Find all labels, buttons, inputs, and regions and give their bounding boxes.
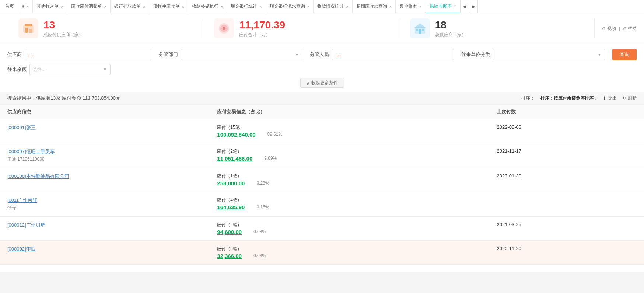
help-link[interactable]: ⊙ 帮助 — [623, 25, 637, 32]
supplier-link-5[interactable]: [000002]李四 — [7, 246, 217, 252]
sort-value[interactable]: 排序：按应付余额倒序排序 ↓ — [540, 95, 597, 101]
trans-label-4: 应付（2笔） — [217, 222, 497, 228]
nav-tab-home[interactable]: 首页 — [1, 0, 18, 13]
nav-left-arrow[interactable]: ◀ — [460, 0, 469, 13]
nav-right-arrow[interactable]: ▶ — [469, 0, 478, 13]
unit-class-filter-input[interactable]: ▼ — [493, 49, 605, 60]
table-header: 供应商信息 应付交易信息（占比） 上次付数 — [0, 105, 644, 119]
supplier-icon — [18, 18, 38, 38]
trans-label-0: 应付（15笔） — [217, 124, 497, 131]
trans-amount-0[interactable]: 100,092,540.00 — [217, 131, 255, 138]
refresh-icon: ↻ — [623, 96, 626, 101]
close-icon[interactable]: × — [104, 4, 106, 9]
dept-filter-input[interactable]: ▼ — [181, 49, 303, 60]
refresh-label: 刷新 — [628, 95, 637, 101]
nav-tab-other-income[interactable]: 其他收入单 × — [33, 0, 67, 13]
collapse-button[interactable]: ∧ 收起更多条件 — [300, 78, 344, 88]
nav-tab-customer-ledger[interactable]: 客户账本 × — [396, 0, 426, 13]
person-filter-input[interactable]: ... — [332, 49, 454, 60]
payable-total-amount: 11,170.39 — [239, 19, 285, 31]
dept-filter-label: 分管部门 — [159, 51, 178, 58]
video-link[interactable]: ⊙ 视频 — [602, 25, 616, 32]
nav-tab-advance[interactable]: 预收冲应收单 × — [149, 0, 188, 13]
sort-value-text: 排序：按应付余额倒序排序 — [540, 96, 594, 101]
close-icon[interactable]: × — [419, 4, 421, 9]
balance-filter-input[interactable]: 选择... ▼ — [29, 64, 111, 75]
trans-info-cell-5: 应付（5笔） 32,366.00 0.03% — [217, 246, 497, 259]
trans-amount-4[interactable]: 94,600.00 — [217, 229, 242, 235]
video-icon: ⊙ — [602, 26, 606, 31]
col-header-supplier-info: 供应商信息 — [7, 108, 217, 115]
svg-rect-11 — [422, 29, 424, 31]
close-icon[interactable]: × — [389, 4, 392, 9]
trans-amount-1[interactable]: 11,051,486.00 — [217, 155, 252, 162]
close-icon[interactable]: × — [454, 4, 456, 8]
supplier-filter-input[interactable]: ... — [25, 49, 151, 60]
supplier-link-4[interactable]: [000012]广州贝瑞 — [7, 222, 217, 228]
trans-amount-3[interactable]: 164,635.90 — [217, 204, 245, 210]
close-icon[interactable]: × — [143, 4, 145, 9]
sort-label: 排序： — [521, 95, 535, 101]
result-summary-text: 搜索结果中，供应商13家 应付金额 111,703,854.00元 — [7, 95, 120, 101]
table-row: [000002]李四 应付（5笔） 32,366.00 0.03% 2020-1… — [0, 241, 644, 265]
close-icon[interactable]: × — [221, 4, 223, 9]
last-pay-date-1: 2021-11-17 — [497, 148, 521, 154]
close-icon[interactable]: × — [27, 4, 29, 9]
supplier-link-2[interactable]: [000100]本特勤油品有限公司 — [7, 173, 217, 180]
store-icon — [410, 18, 430, 38]
last-pay-cell-4: 2021-03-25 — [497, 222, 637, 227]
col-header-trans-info: 应付交易信息（占比） — [217, 108, 497, 115]
nav-tab-cash-bank-flow[interactable]: 现金银行流水查询 × — [266, 0, 314, 13]
col-header-last-pay: 上次付数 — [497, 108, 637, 115]
close-icon[interactable]: × — [61, 4, 63, 9]
supplier-link-0[interactable]: [000001]张三 — [7, 124, 217, 131]
help-label: 帮助 — [628, 26, 637, 31]
close-icon[interactable]: × — [259, 4, 262, 9]
last-pay-date-0: 2022-08-08 — [497, 124, 521, 130]
search-button[interactable]: 查询 — [612, 49, 637, 60]
trans-info-cell-3: 应付（4笔） 164,635.90 0.15% — [217, 197, 497, 210]
filter-unit-class: 往来单位分类 ▼ — [461, 49, 605, 60]
trans-label-1: 应付（2笔） — [217, 148, 497, 155]
trans-percent-0: 89.61% — [267, 132, 283, 137]
unit-class-arrow-icon: ▼ — [597, 52, 602, 57]
close-icon[interactable]: × — [182, 4, 184, 9]
trans-percent-3: 0.15% — [256, 204, 269, 210]
table-row: [001]广州荣轩 仔仔 应付（4笔） 164,635.90 0.15% — [0, 192, 644, 217]
summary-card-payable-total: ¥ 11,170.39 应付合计（万） — [203, 18, 399, 38]
trans-info-cell-1: 应付（2笔） 11,051,486.00 9.89% — [217, 148, 497, 162]
close-icon[interactable]: × — [307, 4, 309, 9]
close-icon[interactable]: × — [346, 4, 348, 9]
nav-tab-supplier-ledger[interactable]: 供应商账本 × — [426, 0, 460, 13]
trans-amount-5[interactable]: 32,366.00 — [217, 253, 242, 259]
nav-tab-receipt-stats[interactable]: 收款情况统计 × — [314, 0, 352, 13]
person-filter-label: 分管人员 — [310, 51, 329, 58]
last-pay-date-4: 2021-03-25 — [497, 222, 521, 227]
trans-percent-1: 9.89% — [264, 156, 277, 161]
nav-tab-overdue[interactable]: 超期应收款查询 × — [353, 0, 396, 13]
nav-tab-cash-bank-stats[interactable]: 现金银行统计 × — [227, 0, 266, 13]
trans-label-3: 应付（4笔） — [217, 197, 497, 203]
supplier-dots-icon: ... — [28, 51, 35, 58]
nav-tab-bank-deposit[interactable]: 银行存取款单 × — [111, 0, 149, 13]
balance-placeholder: 选择... — [33, 66, 45, 73]
trans-amount-2[interactable]: 258,000.00 — [217, 180, 245, 186]
filter-area: 供应商 ... 分管部门 ▼ 分管人员 ... 往来单位分类 ▼ 查询 — [0, 44, 644, 92]
export-button[interactable]: ⬆ 导出 — [603, 95, 617, 101]
table-area: 供应商信息 应付交易信息（占比） 上次付数 [000001]张三 应付（15笔）… — [0, 105, 644, 272]
help-area: ⊙ 视频 | ⊙ 帮助 — [595, 25, 637, 32]
payable-suppliers-info: 13 总应付供应商（家） — [43, 19, 83, 38]
last-pay-date-5: 2020-11-20 — [497, 246, 521, 251]
nav-tab-adjust[interactable]: 应收应付调整单 × — [67, 0, 111, 13]
last-pay-cell-0: 2022-08-08 — [497, 124, 637, 130]
nav-tab-3[interactable]: 3 × — [18, 0, 33, 13]
nav-tab-overdue-label: 超期应收款查询 — [356, 3, 387, 10]
nav-tab-other-income-label: 其他收入单 — [36, 3, 59, 10]
separator: | — [619, 26, 620, 31]
payable-total-info: 11,170.39 应付合计（万） — [239, 19, 285, 38]
supplier-link-3[interactable]: [001]广州荣轩 — [7, 197, 217, 204]
table-row: [000100]本特勤油品有限公司 应付（1笔） 258,000.00 0.23… — [0, 168, 644, 192]
nav-tab-receipt-verify[interactable]: 收款核销执行 × — [188, 0, 227, 13]
supplier-link-1[interactable]: [000007]恒旺二手叉车 — [7, 148, 217, 155]
refresh-button[interactable]: ↻ 刷新 — [623, 95, 637, 101]
